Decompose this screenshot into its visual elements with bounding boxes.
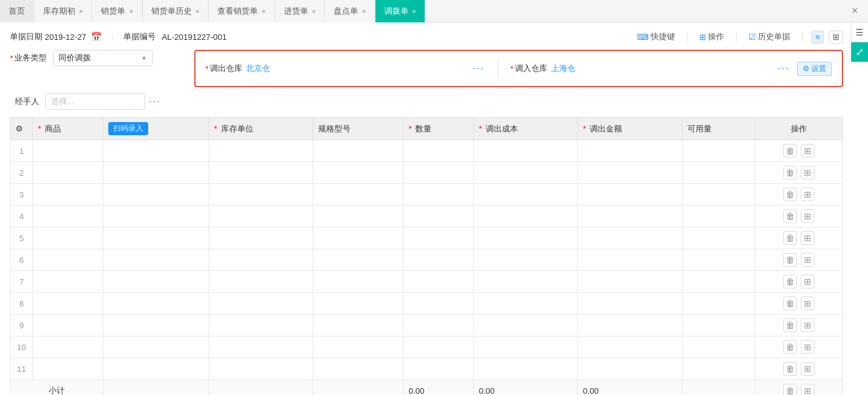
tab-transfer-close[interactable]: × [412,7,416,15]
tab-inventory-init-close[interactable]: × [79,7,83,15]
right-panel-expand-button[interactable]: ⤢ [851,42,869,62]
tab-sales-history-close[interactable]: × [196,7,199,15]
tab-inventory-init[interactable]: 库存期初 × [34,0,92,22]
row-quantity-7[interactable] [403,271,474,293]
tab-sales-history[interactable]: 销货单历史 × [143,0,209,22]
row-delete-4[interactable]: 🗑 [783,209,797,223]
row-copy-8[interactable]: ⊞ [801,297,814,310]
row-spec-8[interactable] [313,293,403,315]
calendar-icon[interactable]: 📅 [91,32,101,42]
row-unit-9[interactable] [209,315,313,336]
tab-inventory-check-close[interactable]: × [362,7,366,15]
row-quantity-8[interactable] [403,293,474,315]
row-unit-11[interactable] [209,358,313,380]
th-settings[interactable]: ⚙ [11,118,33,140]
operate-button[interactable]: ⊞ 操作 [696,30,727,44]
row-amount-2[interactable] [578,162,682,184]
row-cost-8[interactable] [473,293,577,315]
row-amount-10[interactable] [578,336,682,358]
row-quantity-9[interactable] [403,315,474,336]
row-delete-10[interactable]: 🗑 [783,340,797,354]
row-quantity-3[interactable] [403,184,474,206]
row-quantity-5[interactable] [403,227,474,249]
row-spec-10[interactable] [313,336,403,358]
row-product-9[interactable] [33,315,103,336]
row-cost-6[interactable] [473,249,577,271]
row-copy-5[interactable]: ⊞ [801,231,814,245]
row-delete-8[interactable]: 🗑 [783,297,797,310]
tab-home[interactable]: 首页 [0,0,34,22]
row-copy-10[interactable]: ⊞ [801,340,814,354]
row-amount-6[interactable] [578,249,682,271]
row-copy-1[interactable]: ⊞ [801,144,814,158]
tab-purchase-order-close[interactable]: × [312,7,316,15]
row-spec-1[interactable] [313,140,403,162]
row-product-5[interactable] [33,227,103,249]
row-amount-3[interactable] [578,184,682,206]
row-delete-11[interactable]: 🗑 [783,362,797,376]
row-unit-7[interactable] [209,271,313,293]
row-delete-2[interactable]: 🗑 [783,166,797,179]
tab-inventory-check[interactable]: 盘点单 × [325,0,375,22]
grid-view-button[interactable]: ⊞ [829,31,843,44]
row-quantity-10[interactable] [403,336,474,358]
row-unit-8[interactable] [209,293,313,315]
row-spec-6[interactable] [313,249,403,271]
row-delete-9[interactable]: 🗑 [783,318,797,332]
tab-sales-order-close[interactable]: × [129,7,133,15]
row-quantity-6[interactable] [403,249,474,271]
tab-view-sales[interactable]: 查看销货单 × [209,0,275,22]
row-product-3[interactable] [33,184,103,206]
row-product-11[interactable] [33,358,103,380]
row-unit-4[interactable] [209,206,313,227]
row-product-6[interactable] [33,249,103,271]
row-unit-5[interactable] [209,227,313,249]
row-copy-2[interactable]: ⊞ [801,166,814,179]
row-copy-11[interactable]: ⊞ [801,362,814,376]
out-warehouse-value[interactable]: 北京仓 [246,63,473,74]
row-unit-6[interactable] [209,249,313,271]
row-delete-5[interactable]: 🗑 [783,231,797,245]
row-product-2[interactable] [33,162,103,184]
out-warehouse-more[interactable]: ··· [473,63,484,74]
row-copy-3[interactable]: ⊞ [801,188,814,201]
date-field[interactable]: 2019-12-27 📅 [45,32,101,42]
row-unit-3[interactable] [209,184,313,206]
row-product-8[interactable] [33,293,103,315]
scan-button[interactable]: 扫码录入 [108,122,148,135]
manager-more[interactable]: ··· [149,96,161,107]
row-unit-2[interactable] [209,162,313,184]
tab-transfer[interactable]: 调拨单 × [375,0,425,22]
subtotal-delete-icon[interactable]: 🗑 [783,384,797,395]
shortcut-button[interactable]: ⌨ 快捷键 [634,30,678,44]
row-delete-1[interactable]: 🗑 [783,144,797,158]
th-scan[interactable]: 扫码录入 [103,118,209,140]
row-amount-9[interactable] [578,315,682,336]
row-spec-9[interactable] [313,315,403,336]
row-quantity-1[interactable] [403,140,474,162]
row-copy-7[interactable]: ⊞ [801,275,814,288]
row-cost-9[interactable] [473,315,577,336]
tab-sales-order[interactable]: 销货单 × [92,0,142,22]
row-amount-1[interactable] [578,140,682,162]
row-delete-6[interactable]: 🗑 [783,253,797,267]
row-copy-6[interactable]: ⊞ [801,253,814,267]
row-amount-11[interactable] [578,358,682,380]
row-cost-10[interactable] [473,336,577,358]
in-warehouse-value[interactable]: 上海仓 [551,63,778,74]
row-quantity-2[interactable] [403,162,474,184]
row-spec-7[interactable] [313,271,403,293]
right-panel-list-button[interactable]: ☰ [851,22,869,42]
business-type-select[interactable]: 同价调拨 ▼ [53,50,153,66]
subtotal-copy-icon[interactable]: ⊞ [801,384,814,395]
row-cost-4[interactable] [473,206,577,227]
tab-view-sales-close[interactable]: × [262,7,265,15]
row-cost-3[interactable] [473,184,577,206]
row-spec-3[interactable] [313,184,403,206]
row-spec-2[interactable] [313,162,403,184]
window-close-button[interactable]: × [846,4,863,17]
manager-select[interactable]: 选择... [45,93,145,110]
row-cost-2[interactable] [473,162,577,184]
row-cost-1[interactable] [473,140,577,162]
history-button[interactable]: ☑ 历史单据 [745,30,793,44]
